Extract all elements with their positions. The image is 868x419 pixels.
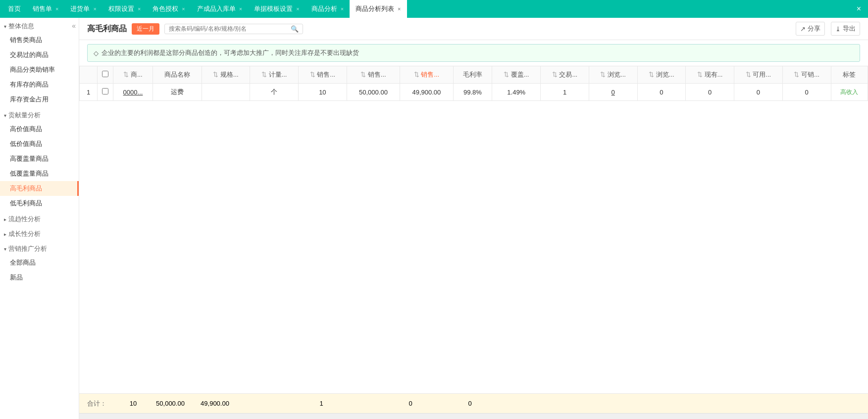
sidebar-group-trend[interactable]: ▸ 流趋性分析 [0,211,79,226]
sidebar-item-high-margin[interactable]: 高毛利商品 [0,181,79,196]
sidebar-group-marketing[interactable]: ▾ 营销推广分析 [0,240,79,255]
search-box[interactable]: 🔍 [164,24,303,34]
export-button[interactable]: ⤓ 导出 [831,22,860,36]
filter-button[interactable]: 近一月 [132,23,159,35]
sidebar-item-high-coverage[interactable]: 高覆盖量商品 [0,151,79,166]
chevron-right-icon: ▸ [4,232,6,237]
nav-close-icon[interactable]: × [398,6,401,12]
sidebar-item-in-stock-goods[interactable]: 有库存的商品 [0,77,79,92]
nav-permissions[interactable]: 权限设置 × [102,0,147,18]
col-header-current-stock[interactable]: ⇅ 现有... [686,66,734,84]
nav-close-icon[interactable]: × [182,6,185,12]
top-nav: 首页 销售单 × 进货单 × 权限设置 × 角色授权 × 产成品入库单 × 单据… [0,0,868,18]
col-header-sales-qty[interactable]: ⇅ 销售... [299,66,347,84]
col-header-tag[interactable]: 标签 [831,66,868,84]
chevron-right-icon: ▸ [4,217,6,222]
sort-icon: ⇅ [310,71,315,78]
search-input[interactable] [169,25,289,32]
cell-browse1[interactable]: 0 [589,84,637,101]
col-header-browse2[interactable]: ⇅ 浏览... [637,66,686,84]
footer-sellable: 0 [455,400,485,407]
nav-close-icon[interactable]: × [55,6,58,12]
col-header-spec[interactable]: ⇅ 规格... [202,66,250,84]
sidebar-item-high-value[interactable]: 高价值商品 [0,122,79,137]
export-icon: ⤓ [835,25,841,33]
footer-empty5 [425,400,455,407]
table-row: 1 0000... 运费 个 10 50,000.00 49,900.00 99… [80,84,868,101]
select-all-checkbox[interactable] [102,71,108,77]
sort-icon: ⇅ [123,71,129,78]
sidebar-item-category-rate[interactable]: 商品分类助销率 [0,62,79,77]
sidebar-item-stock-capital[interactable]: 库存资金占用 [0,92,79,107]
cell-available: 0 [734,84,783,101]
col-header-unit[interactable]: ⇅ 计量... [250,66,299,84]
col-header-sales-profit[interactable]: ⇅ 销售... [400,66,453,84]
col-header-available[interactable]: ⇅ 可用... [734,66,783,84]
nav-close-icon[interactable]: × [296,6,299,12]
sidebar-item-sales-goods[interactable]: 销售类商品 [0,33,79,47]
page-title: 高毛利商品 [87,24,127,34]
sort-icon: ⇅ [697,71,703,78]
nav-sales-order[interactable]: 销售单 × [27,0,64,18]
footer-bar: 合计： 10 50,000.00 49,900.00 1 0 0 [79,393,868,413]
info-icon: ◇ [94,49,99,57]
sidebar-group-contribution[interactable]: ▾ 贡献量分析 [0,107,79,122]
sidebar-item-all-goods[interactable]: 全部商品 [0,255,79,270]
sidebar-item-low-margin[interactable]: 低毛利商品 [0,196,79,211]
col-header-checkbox[interactable] [98,66,113,84]
chevron-down-icon: ▾ [4,246,6,252]
row-checkbox[interactable] [102,88,108,94]
sidebar-item-new-goods[interactable]: 新品 [0,270,79,285]
col-header-gross-margin[interactable]: 毛利率 [453,66,492,84]
sort-icon: ⇅ [360,71,366,78]
cell-sales-profit: 49,900.00 [400,84,453,101]
col-header-code[interactable]: ⇅ 商... [113,66,153,84]
search-icon[interactable]: 🔍 [291,25,299,33]
cell-checkbox[interactable] [98,84,113,101]
nav-close-icon[interactable]: × [138,6,141,12]
nav-analysis[interactable]: 商品分析 × [306,0,350,18]
close-all-button[interactable]: × [852,4,866,13]
footer-empty4 [366,400,396,407]
footer-empty3 [336,400,366,407]
footer-values: 10 50,000.00 49,900.00 1 0 0 [118,400,860,407]
col-header-transaction[interactable]: ⇅ 交易... [541,66,589,84]
cell-tag: 高收入 [831,84,868,101]
col-header-sellable[interactable]: ⇅ 可销... [782,66,831,84]
cell-sales-amount: 50,000.00 [347,84,400,101]
share-icon: ↗ [800,25,806,33]
sidebar-item-low-coverage[interactable]: 低覆盖量商品 [0,166,79,181]
nav-purchase-order[interactable]: 进货单 × [64,0,102,18]
nav-production[interactable]: 产成品入库单 × [191,0,248,18]
col-header-name[interactable]: 商品名称 [153,66,202,84]
content-header: 高毛利商品 近一月 🔍 ↗ 分享 ⤓ 导出 [79,18,868,40]
nav-close-icon[interactable]: × [239,6,242,12]
col-header-browse1[interactable]: ⇅ 浏览... [589,66,637,84]
horizontal-scrollbar[interactable] [79,413,868,419]
sidebar: « ▾ 整体信息 销售类商品 交易过的商品 商品分类助销率 有库存的商品 库存资… [0,18,79,419]
cell-name: 运费 [153,84,202,101]
sidebar-item-low-value[interactable]: 低价值商品 [0,137,79,151]
cell-transaction: 1 [541,84,589,101]
share-button[interactable]: ↗ 分享 [796,22,825,36]
sidebar-group-growth[interactable]: ▸ 成长性分析 [0,226,79,240]
nav-close-icon[interactable]: × [93,6,96,12]
cell-code[interactable]: 0000... [113,84,153,101]
nav-roles[interactable]: 角色授权 × [147,0,191,18]
chevron-down-icon: ▾ [4,24,6,29]
col-header-sales-amount[interactable]: ⇅ 销售... [347,66,400,84]
chevron-down-icon: ▾ [4,113,6,118]
footer-sales-amount: 50,000.00 [148,400,193,407]
col-header-coverage[interactable]: ⇅ 覆盖... [492,66,541,84]
sort-icon: ⇅ [649,71,654,78]
nav-home[interactable]: 首页 [2,0,27,18]
cell-index: 1 [80,84,98,101]
nav-close-icon[interactable]: × [341,6,344,12]
sidebar-item-traded-goods[interactable]: 交易过的商品 [0,47,79,62]
sidebar-collapse-button[interactable]: « [72,22,76,30]
nav-template[interactable]: 单据模板设置 × [248,0,305,18]
sidebar-group-overall[interactable]: ▾ 整体信息 [0,18,79,33]
cell-sellable: 0 [782,84,831,101]
header-actions: ↗ 分享 ⤓ 导出 [796,22,860,36]
nav-analysis-list[interactable]: 商品分析列表 × [350,0,407,18]
